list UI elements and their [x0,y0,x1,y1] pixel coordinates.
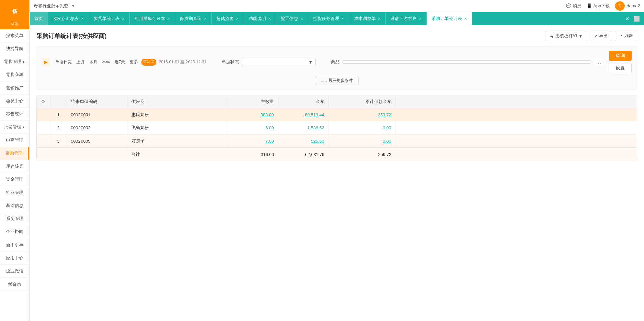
sidebar-item-vip[interactable]: 畅会员 [0,278,29,291]
close-all-tabs-button[interactable]: ✕ [624,14,631,23]
tab-label-home: 首页 [34,16,43,22]
sidebar-item-system[interactable]: 系统管理 [0,212,29,225]
sidebar-item-retail[interactable]: 零售管理▲ [0,55,29,68]
date-range-display: 2016-01-01 至 2023-12-31 [159,59,206,65]
refresh-button[interactable]: ↺ 刷新 [615,31,637,41]
sidebar-item-label-vip: 畅会员 [8,281,21,287]
row-amount-link[interactable]: 525.80 [311,139,324,144]
message-button[interactable]: 💬 消息 [566,3,581,9]
expand-more-button[interactable]: ⌄⌄ 展开更多条件 [315,76,359,85]
sidebar-item-ecommerce[interactable]: 电商管理 [0,134,29,147]
goods-filter-group: 商品 … [331,58,603,66]
tab-close-receive-summary[interactable]: ✕ [81,17,84,21]
table-row[interactable]: 3 00020005 好孩子 7.00 525.80 0.00 [37,135,637,148]
table-settings-icon[interactable]: ⚙ [41,99,45,104]
message-label: 消息 [573,3,581,9]
table-row[interactable]: 1 00020001 惠氏奶粉 303.00 60,519.44 259.72 [37,108,637,121]
row-paid-link[interactable]: 0.00 [383,125,391,130]
row-paid-link[interactable]: 0.00 [383,139,391,144]
maximize-button[interactable]: ⬜ [632,14,641,23]
tab-close-overstock-warning[interactable]: ✕ [236,17,239,21]
template-print-button[interactable]: 🖨 按模板打印 ▼ [545,31,587,41]
tab-close-function-desc[interactable]: ✕ [268,17,271,21]
expand-more-label: 展开更多条件 [329,78,353,84]
sidebar-item-basic[interactable]: 基础信息 [0,199,29,212]
tab-cost-adjust[interactable]: 成本调整单✕ [349,12,386,25]
tab-close-config-info[interactable]: ✕ [300,17,303,21]
date-shortcut-7days[interactable]: 近7天 [113,59,126,66]
col-amount-header: 金额 [278,95,328,108]
tabbar-actions: ✕ ⬜ [624,14,644,23]
tab-label-purchase-order-summary: 采购订单统计表 [431,16,462,22]
tab-close-cost-adjust[interactable]: ✕ [378,17,381,21]
sidebar-item-wholesale[interactable]: 批发管理▲ [0,121,29,134]
sidebar-item-purchase[interactable]: 采购管理 [0,147,29,160]
row-paid-link[interactable]: 259.72 [378,112,391,117]
tab-close-invite-downstream[interactable]: ✕ [419,17,422,21]
date-custom-badge[interactable]: 自定义 [141,59,156,66]
tab-receive-summary[interactable]: 收发存汇总表✕ [48,12,89,25]
row-qty-link[interactable]: 7.00 [265,139,274,144]
tab-close-purchase-order-summary[interactable]: ✕ [464,17,467,21]
table-row[interactable]: 2 00020002 飞鹤奶粉 6.00 1,586.52 0.00 [37,121,637,135]
tab-purchase-order-summary[interactable]: 采购订单统计表✕ [427,12,472,25]
row-amount-link[interactable]: 60,519.44 [305,112,324,117]
query-button[interactable]: 查询 [609,51,632,61]
goods-input[interactable] [342,60,591,64]
app-logo[interactable]: 畅 标题 [0,0,29,29]
footer-extra-cell [395,148,637,161]
sidebar-item-retail-mall[interactable]: 零售商城 [0,68,29,82]
app-download-button[interactable]: 📱 App下载 [587,3,610,9]
tab-config-info[interactable]: 配置信息✕ [276,12,308,25]
workspace-dropdown-icon[interactable]: ▼ [71,3,75,8]
sidebar-item-inventory[interactable]: 库存核算 [0,160,29,173]
status-select[interactable]: ▼ [242,58,316,66]
sidebar-item-search[interactable]: 搜索英单 [0,29,29,42]
sidebar-item-marketing[interactable]: 营销推广 [0,82,29,95]
tab-close-pick-task[interactable]: ✕ [341,17,344,21]
date-shortcut-this-year[interactable]: 本年 [101,59,111,66]
tab-expiry-query[interactable]: 保质期查询✕ [175,12,212,25]
row-qty-link[interactable]: 303.00 [261,112,274,117]
tab-pick-task[interactable]: 拣货任务管理✕ [308,12,349,25]
sidebar-item-newguide[interactable]: 新手引导 [0,238,29,252]
footer-index-cell [50,148,67,161]
logo-icon: 畅 [6,3,23,20]
tab-available-inventory[interactable]: 可用量库存账本✕ [130,12,175,25]
goods-more-button[interactable]: … [594,58,603,66]
tab-goods-summary[interactable]: 要货单统计表✕ [89,12,130,25]
tab-overstock-warning[interactable]: 超储预警✕ [212,12,244,25]
row-amount-link[interactable]: 1,586.52 [307,125,324,130]
date-shortcut-last-month[interactable]: 上月 [75,59,86,66]
row-qty-link[interactable]: 6.00 [265,125,274,130]
sidebar-item-appcenter[interactable]: 应用中心 [0,252,29,265]
date-shortcut-more[interactable]: 更多 [128,59,139,66]
tab-label-available-inventory: 可用量库存账本 [135,16,165,22]
sidebar-item-enterprise[interactable]: 企业协同 [0,225,29,238]
tabs-container: 首页收发存汇总表✕要货单统计表✕可用量库存账本✕保质期查询✕超储预警✕功能说明✕… [30,12,472,25]
filter-area: ▶ 单据日期 上月 本月 本年 近7天 更多 自定义 2016-01-01 至 … [36,46,637,90]
tab-invite-downstream[interactable]: 邀请下游客户✕ [386,12,427,25]
tab-close-expiry-query[interactable]: ✕ [204,17,207,21]
filter-settings-button[interactable]: 设置 [609,63,632,73]
tab-function-desc[interactable]: 功能说明✕ [244,12,276,25]
logo-text: 标题 [2,21,27,26]
sidebar-item-label-operations: 经营管理 [6,190,23,196]
filter-collapse-button[interactable]: ▶ [42,58,50,66]
user-menu[interactable]: D demo2 [615,1,640,11]
sidebar-item-operations[interactable]: 经营管理 [0,186,29,199]
footer-amount: 62,631.76 [278,148,328,161]
tab-close-goods-summary[interactable]: ✕ [122,17,125,21]
sidebar-item-quick-nav[interactable]: 快捷导航 [0,42,29,55]
row-paid: 0.00 [328,121,395,135]
sidebar-item-finance[interactable]: 资金管理 [0,173,29,186]
export-button[interactable]: ↗ 导出 [590,31,612,41]
tab-home[interactable]: 首页 [30,12,48,25]
topbar: 母婴行业演示账套 ▼ 💬 消息 📱 App下载 D demo2 [30,0,644,12]
tab-close-available-inventory[interactable]: ✕ [167,17,170,21]
print-icon: 🖨 [549,34,554,39]
sidebar-item-wechat[interactable]: 企业微信 [0,265,29,278]
sidebar-item-members[interactable]: 会员中心 [0,95,29,108]
date-shortcut-this-month[interactable]: 本月 [88,59,99,66]
sidebar-item-retail-stats[interactable]: 零售统计 [0,108,29,121]
